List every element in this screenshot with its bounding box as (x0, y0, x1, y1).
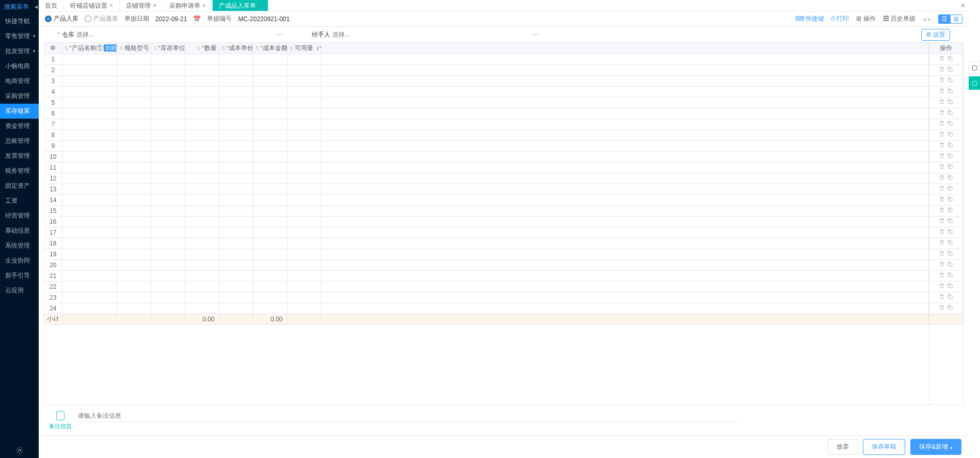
radio-product-in[interactable]: 产品入库 (45, 14, 78, 23)
col-amount[interactable]: ⇅*成本金额 (253, 43, 287, 54)
delete-icon[interactable] (939, 218, 945, 224)
sidebar-item-18[interactable]: 云应用 (0, 283, 39, 298)
delete-icon[interactable] (939, 174, 945, 181)
rail-btn-1[interactable]: ▢ (969, 61, 980, 74)
delete-icon[interactable] (939, 261, 945, 267)
tab-close-all[interactable]: ✕ (957, 0, 969, 11)
close-icon[interactable]: × (109, 2, 113, 9)
delete-icon[interactable] (939, 207, 945, 213)
table-row[interactable]: 20 (44, 259, 929, 270)
table-row[interactable]: 2 (44, 64, 929, 75)
sidebar-item-9[interactable]: 发票管理 (0, 149, 39, 163)
table-row[interactable]: 12 (44, 173, 929, 184)
grid-view-icon[interactable]: ⊞ (951, 15, 962, 23)
sidebar-item-1[interactable]: 零售管理▾ (0, 29, 39, 44)
col-price[interactable]: ⇅*成本单价 (219, 43, 253, 54)
copy-icon[interactable] (947, 99, 953, 105)
save-draft-button[interactable]: 保存草稿 (863, 439, 905, 455)
sidebar-item-7[interactable]: 资金管理 (0, 119, 39, 134)
table-row[interactable]: 23 (44, 292, 929, 303)
col-product[interactable]: ⇅*产品名称①扫码录入 (62, 43, 117, 54)
tab-4[interactable]: 产成品入库单× (213, 0, 268, 11)
table-row[interactable]: 4 (44, 86, 929, 97)
tab-1[interactable]: 旺铺店铺设置× (64, 0, 120, 11)
delete-icon[interactable] (939, 88, 945, 94)
sidebar-item-16[interactable]: 企业协同 (0, 253, 39, 268)
delete-icon[interactable] (939, 153, 945, 159)
sidebar-collapse-icon[interactable]: ◂ (35, 3, 38, 10)
radio-product-out[interactable]: 产品退库 (85, 14, 118, 23)
copy-icon[interactable] (947, 228, 953, 235)
copy-icon[interactable] (947, 185, 953, 191)
table-row[interactable]: 17 (44, 227, 929, 238)
copy-icon[interactable] (947, 174, 953, 181)
delete-icon[interactable] (939, 272, 945, 278)
handler-picker-icon[interactable]: ⋯ (531, 31, 541, 38)
copy-icon[interactable] (947, 109, 953, 116)
delete-icon[interactable] (939, 99, 945, 105)
calendar-icon[interactable]: 📅 (193, 15, 201, 23)
ops-link[interactable]: ⊞ 操作 (856, 14, 875, 23)
delete-icon[interactable] (939, 228, 945, 235)
copy-icon[interactable] (947, 88, 953, 94)
delete-icon[interactable] (939, 77, 945, 83)
delete-icon[interactable] (939, 131, 945, 137)
copy-icon[interactable] (947, 283, 953, 289)
table-row[interactable]: 7 (44, 119, 929, 129)
copy-icon[interactable] (947, 304, 953, 310)
tab-2[interactable]: 店铺管理× (120, 0, 163, 11)
table-row[interactable]: 16 (44, 216, 929, 227)
delete-icon[interactable] (939, 283, 945, 289)
copy-icon[interactable] (947, 66, 953, 72)
delete-icon[interactable] (939, 142, 945, 148)
tab-0[interactable]: 首页 (39, 0, 64, 11)
sidebar-item-14[interactable]: 基础信息 (0, 223, 39, 238)
date-value[interactable]: 2022-09-21 (155, 15, 187, 23)
table-row[interactable]: 6 (44, 108, 929, 119)
delete-icon[interactable] (939, 250, 945, 256)
table-row[interactable]: 1 (44, 54, 929, 64)
delete-icon[interactable] (939, 163, 945, 170)
delete-icon[interactable] (939, 196, 945, 202)
table-row[interactable]: 21 (44, 270, 929, 281)
sidebar-item-0[interactable]: 快捷导航 (0, 14, 39, 29)
table-row[interactable]: 5 (44, 97, 929, 108)
copy-icon[interactable] (947, 272, 953, 278)
sidebar-item-15[interactable]: 系统管理 (0, 238, 39, 253)
copy-icon[interactable] (947, 293, 953, 300)
next-icon[interactable]: ▸ (928, 15, 931, 23)
table-row[interactable]: 9 (44, 140, 929, 151)
copy-icon[interactable] (947, 261, 953, 267)
table-row[interactable]: 15 (44, 205, 929, 216)
copy-icon[interactable] (947, 55, 953, 61)
close-icon[interactable]: × (258, 2, 262, 9)
table-row[interactable]: 13 (44, 184, 929, 194)
copy-icon[interactable] (947, 131, 953, 137)
tab-3[interactable]: 采购申请单× (163, 0, 213, 11)
copy-icon[interactable] (947, 239, 953, 246)
warehouse-picker-icon[interactable]: ⋯ (275, 31, 285, 38)
sidebar-item-11[interactable]: 固定资产 (0, 178, 39, 193)
table-row[interactable]: 10 (44, 151, 929, 162)
delete-icon[interactable] (939, 120, 945, 126)
table-row[interactable]: 18 (44, 238, 929, 249)
delete-icon[interactable] (939, 293, 945, 300)
rail-btn-2[interactable]: ▢ (969, 76, 980, 90)
copy-icon[interactable] (947, 120, 953, 126)
gear-header-icon[interactable]: ⚙ (44, 43, 62, 54)
delete-icon[interactable] (939, 185, 945, 191)
copy-icon[interactable] (947, 207, 953, 213)
copy-icon[interactable] (947, 196, 953, 202)
copy-icon[interactable] (947, 250, 953, 256)
copy-icon[interactable] (947, 163, 953, 170)
discard-button[interactable]: 放弃 (828, 439, 858, 455)
sidebar-item-13[interactable]: 经营管理 (0, 208, 39, 223)
copy-icon[interactable] (947, 77, 953, 83)
delete-icon[interactable] (939, 304, 945, 310)
table-row[interactable]: 8 (44, 129, 929, 140)
table-row[interactable]: 19 (44, 249, 929, 259)
sidebar-item-10[interactable]: 税务管理 (0, 163, 39, 178)
shortcut-link[interactable]: ⌨ 快捷键 (795, 14, 824, 23)
sidebar-item-6[interactable]: 库存核算 (0, 104, 39, 119)
sidebar-settings-gear[interactable] (0, 446, 39, 458)
